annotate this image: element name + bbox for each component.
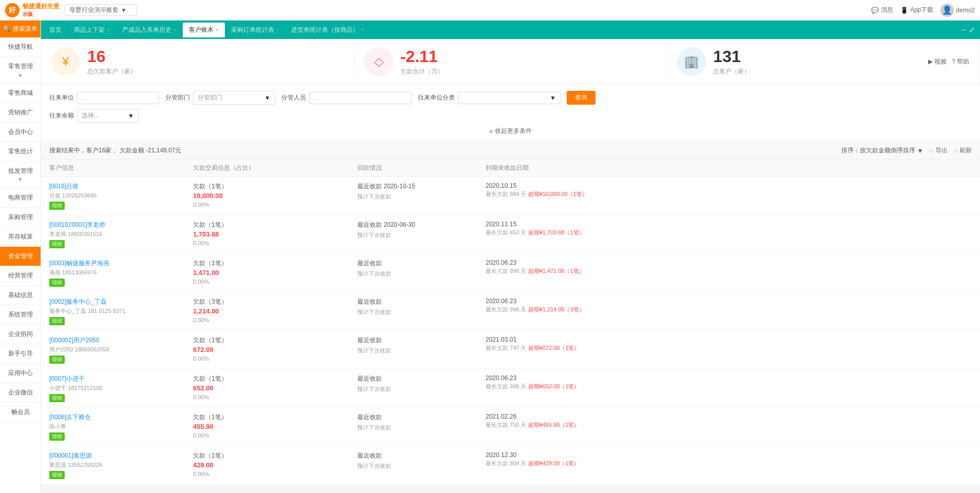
user-menu[interactable]: 👤 demo2 bbox=[940, 4, 975, 17]
sidebar-item-member-center[interactable]: 会员中心 bbox=[0, 123, 41, 142]
sort-button[interactable]: 排序：按欠款金额倒序排序 ▼ bbox=[841, 146, 924, 155]
page-content: ¥ 16 总欠款客户（家） ◇ -2.11 欠款合计（万） bbox=[41, 39, 980, 493]
tab-product-shelf[interactable]: 商品上下架 × bbox=[68, 23, 116, 37]
customer-name-1[interactable]: [0001020001]李老师 bbox=[49, 221, 193, 229]
overdue-cell-5: 2020.06.23 最长欠款 998 天 超期¥652.00（1笔） bbox=[486, 374, 972, 390]
customer-name-7[interactable]: [000001]黄思源 bbox=[49, 451, 193, 460]
summary-card-customers: ¥ 16 总欠款客户（家） bbox=[41, 39, 354, 84]
summary-label-customers: 总欠款客户（家） bbox=[87, 67, 137, 76]
top-right-area: 💬 消息 📱 App下载 👤 demo2 bbox=[871, 4, 975, 17]
filter-group-dept: 分管部门 分管部门 ▼ bbox=[165, 91, 275, 105]
sidebar-item-chang-member[interactable]: 畅会员 bbox=[0, 403, 41, 422]
debt-cell-5: 欠款（1笔） 652.00 0.00% bbox=[193, 374, 357, 400]
chevron-up-icon: « bbox=[489, 128, 493, 135]
sidebar-item-retail-mall[interactable]: 零售商城 bbox=[0, 84, 41, 103]
sidebar-item-inventory[interactable]: 库存核算 bbox=[0, 227, 41, 247]
chevron-down-icon: ▼ bbox=[264, 94, 271, 102]
chevron-down-icon: ▼ bbox=[121, 7, 127, 14]
tab-minimize-button[interactable]: − bbox=[962, 26, 966, 34]
table-row: [000002]用户2050 用户2050 18665062050 现销 欠款（… bbox=[41, 331, 980, 369]
filter-label-partner: 往来单位 bbox=[49, 93, 74, 102]
sidebar-item-retail-stats[interactable]: 零售统计 bbox=[0, 142, 41, 162]
export-button[interactable]: ○ 导出 bbox=[930, 146, 948, 155]
payment-cell-3: 最近收款 预计下次收款 bbox=[357, 298, 486, 316]
sidebar-item-newbie-guide[interactable]: 新手引导 bbox=[0, 344, 41, 364]
payment-cell-5: 最近收款 预计下次收款 bbox=[357, 374, 486, 393]
tab-maximize-button[interactable]: ⤢ bbox=[969, 26, 975, 34]
sidebar-item-enterprise-collab[interactable]: 企业协同 bbox=[0, 325, 41, 344]
customer-name-0[interactable]: [0016]吕俊 bbox=[49, 182, 193, 191]
table: 客户信息 欠款交易信息（占比） 回款情况 到期未收款日期 [0016]吕俊 吕俊… bbox=[41, 160, 980, 485]
sidebar: 🔍 搜索菜单 快捷导航 零售管理 ▲ 零售商城 营销推广 会员中心 零售统计 bbox=[0, 21, 41, 493]
tab-purchase-product-stats[interactable]: 进货单统计表（按商品） × bbox=[285, 23, 370, 37]
sidebar-search[interactable]: 🔍 搜索菜单 bbox=[0, 21, 41, 37]
filter-group-category: 往来单位分类 ▼ bbox=[418, 92, 561, 104]
summary-label-total: 总客户（家） bbox=[713, 67, 750, 76]
company-selector[interactable]: 母婴行业演示账套 ▼ bbox=[65, 4, 137, 16]
app-download-button[interactable]: 📱 App下载 bbox=[900, 6, 933, 14]
sidebar-item-purchase-mgmt[interactable]: 采购管理 bbox=[0, 208, 41, 227]
sidebar-item-wholesale-mgmt[interactable]: 批发管理 ▼ bbox=[0, 162, 41, 188]
sidebar-item-operations[interactable]: 经营管理 bbox=[0, 266, 41, 286]
message-button[interactable]: 💬 消息 bbox=[871, 6, 893, 14]
sidebar-item-app-center[interactable]: 应用中心 bbox=[0, 364, 41, 383]
app-icon: 📱 bbox=[900, 7, 908, 14]
tab-product-history[interactable]: 产成品入库单历史 × bbox=[116, 23, 183, 37]
filter-select-balance[interactable]: 选择... ▼ bbox=[77, 109, 139, 123]
sidebar-item-ecommerce[interactable]: 电商管理 bbox=[0, 188, 41, 208]
tab-home[interactable]: 首页 bbox=[43, 23, 68, 37]
query-button[interactable]: 查询 bbox=[567, 91, 595, 105]
video-button[interactable]: ▶ 视频 bbox=[928, 57, 947, 66]
customer-name-4[interactable]: [000002]用户2050 bbox=[49, 336, 193, 345]
sidebar-item-quick-nav[interactable]: 快捷导航 bbox=[0, 37, 41, 57]
filter-select-category[interactable]: ▼ bbox=[458, 92, 561, 104]
debt-cell-6: 欠款（1笔） 455.90 0.00% bbox=[193, 413, 357, 439]
summary-value-total: 131 bbox=[713, 47, 750, 66]
table-row: [000001]黄思源 黄思源 13552700226 现销 欠款（1笔） 42… bbox=[41, 446, 980, 485]
tab-close-icon[interactable]: × bbox=[276, 27, 279, 33]
tab-close-icon[interactable]: × bbox=[361, 27, 364, 33]
customer-name-5[interactable]: [0007]小进干 bbox=[49, 374, 193, 383]
sidebar-item-basic-info[interactable]: 基础信息 bbox=[0, 286, 41, 305]
customer-name-2[interactable]: [0003]畅捷服务尹海燕 bbox=[49, 259, 193, 268]
summary-help-area: ▶ 视频 ? 帮助 bbox=[928, 57, 969, 66]
video-icon: ▶ bbox=[928, 58, 933, 65]
result-actions: 排序：按欠款金额倒序排序 ▼ ○ 导出 ○ 刷新 bbox=[841, 146, 972, 155]
sidebar-item-wechat-work[interactable]: 企业微信 bbox=[0, 383, 41, 403]
collapse-button[interactable]: « 收起更多条件 bbox=[489, 127, 532, 135]
sidebar-item-system-mgmt[interactable]: 系统管理 bbox=[0, 305, 41, 325]
table-row: [0003]畅捷服务尹海燕 海燕 18513066976 现销 欠款（1笔） 1… bbox=[41, 254, 980, 292]
help-button[interactable]: ? 帮助 bbox=[952, 57, 969, 66]
sidebar-item-finance[interactable]: 资金管理 bbox=[0, 247, 41, 266]
customer-cell-0: [0016]吕俊 吕俊 13026203696 现销 bbox=[49, 182, 193, 210]
tab-purchase-stats[interactable]: 采购订单统计表 × bbox=[225, 23, 285, 37]
summary-bar: ¥ 16 总欠款客户（家） ◇ -2.11 欠款合计（万） bbox=[41, 39, 980, 85]
sidebar-item-retail-mgmt[interactable]: 零售管理 ▲ bbox=[0, 57, 41, 84]
tab-bar-actions: − ⤢ bbox=[962, 26, 978, 34]
customer-name-6[interactable]: [0006]去下粮仓 bbox=[49, 413, 193, 422]
customer-name-3[interactable]: [0002]服务中心_丁磊 bbox=[49, 298, 193, 306]
result-info: 搜索结果中，客户16家， 欠款金额 -21,148.07元 bbox=[49, 146, 181, 155]
filter-input-person[interactable]: ... bbox=[309, 92, 412, 104]
summary-card-total: 🏢 131 总客户（家） ▶ 视频 ? 帮助 bbox=[667, 39, 980, 84]
tab-customer-account[interactable]: 客户账本 × bbox=[183, 23, 225, 37]
filter-select-dept[interactable]: 分管部门 ▼ bbox=[193, 91, 275, 105]
overdue-cell-3: 2020.06.23 最长欠款 998 天 超期¥1,214.00（3笔） bbox=[486, 298, 972, 313]
result-bar: 搜索结果中，客户16家， 欠款金额 -21,148.07元 排序：按欠款金额倒序… bbox=[41, 142, 980, 160]
debt-cell-2: 欠款（1笔） 1,471.00 0.00% bbox=[193, 259, 357, 285]
debt-cell-7: 欠款（1笔） 429.00 0.00% bbox=[193, 451, 357, 477]
refresh-button[interactable]: ○ 刷新 bbox=[954, 146, 972, 155]
debt-cell-0: 欠款（1笔） 10,000.00 0.00% bbox=[193, 182, 357, 208]
chevron-down-icon: ▼ bbox=[550, 94, 556, 102]
filter-input-partner[interactable]: ... bbox=[77, 92, 159, 104]
filter-label-balance: 往来余额 bbox=[49, 111, 74, 120]
tab-close-icon[interactable]: × bbox=[174, 27, 177, 33]
payment-cell-6: 最近收款 预计下次收款 bbox=[357, 413, 486, 431]
tab-close-icon[interactable]: × bbox=[216, 27, 219, 33]
summary-card-debt: ◇ -2.11 欠款合计（万） bbox=[354, 39, 667, 84]
sidebar-item-marketing[interactable]: 营销推广 bbox=[0, 103, 41, 123]
summary-label-debt: 欠款合计（万） bbox=[400, 67, 444, 76]
customer-cell-2: [0003]畅捷服务尹海燕 海燕 18513066976 现销 bbox=[49, 259, 193, 287]
chevron-down-icon: ▼ bbox=[917, 147, 924, 154]
tab-close-icon[interactable]: × bbox=[107, 27, 110, 33]
